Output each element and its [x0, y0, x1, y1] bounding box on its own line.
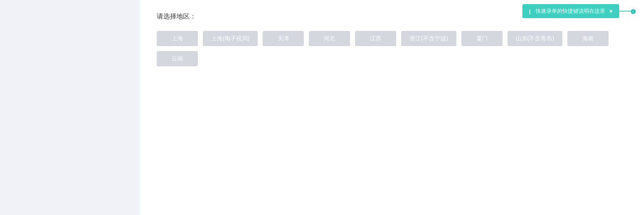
tooltip-connector	[618, 11, 631, 12]
region-btn-zhejiang[interactable]: 浙江(不含宁波)	[401, 31, 456, 46]
region-btn-hebei[interactable]: 河北	[309, 31, 350, 46]
region-buttons-container: 上海 上海(电子税局) 天津 河北 江苏 浙江(不含宁波) 厦门 山东(不含青岛…	[157, 31, 628, 66]
tooltip-close-button[interactable]: ×	[609, 8, 613, 14]
region-btn-tianjin[interactable]: 天津	[263, 31, 304, 46]
region-btn-hainan[interactable]: 海南	[567, 31, 609, 46]
region-btn-shanghai[interactable]: 上海	[157, 31, 198, 46]
tooltip-dot	[631, 9, 636, 14]
region-btn-shanghai-etax[interactable]: 上海(电子税局)	[203, 31, 258, 46]
region-btn-xiamen[interactable]: 厦门	[461, 31, 503, 46]
region-btn-jiangsu[interactable]: 江苏	[355, 31, 396, 46]
tooltip-banner: 快速录单的快捷键说明在这里 ×	[522, 4, 619, 18]
main-content: 请选择地区： 上海 上海(电子税局) 天津 河北 江苏 浙江(不含宁波) 厦门 …	[140, 0, 644, 215]
region-btn-shandong[interactable]: 山东(不含青岛)	[508, 31, 562, 46]
region-btn-yunnan[interactable]: 云南	[157, 51, 198, 66]
left-sidebar	[0, 0, 140, 215]
tooltip-text: 快速录单的快捷键说明在这里	[536, 7, 605, 15]
